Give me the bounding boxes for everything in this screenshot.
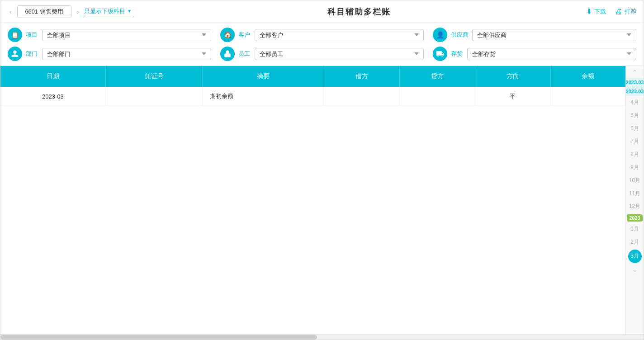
- main-content: 日期 凭证号 摘要 借方 贷方 方向 余额 2023-03 期初余额: [0, 66, 644, 334]
- download-label: 下载: [594, 8, 606, 16]
- main-window: ‹ 6601 销售费用 › 只显示下级科目 ▼ 科目辅助多栏账 ⬇ 下载 🖨 打…: [0, 0, 644, 340]
- month-item-8[interactable]: 8月: [626, 148, 644, 161]
- col-debit: 借方: [324, 66, 400, 87]
- month-timeline: ⌃ 2023.03 2023.03 4月 5月 6月 7月 8月 9月 10月 …: [625, 66, 644, 334]
- inventory-icon: [433, 47, 447, 61]
- col-balance: 余额: [550, 66, 625, 87]
- cell-voucher: [105, 87, 203, 106]
- month-item-12[interactable]: 12月: [626, 200, 644, 213]
- department-select[interactable]: 全部部门: [42, 48, 211, 60]
- project-select[interactable]: 全部项目: [42, 29, 211, 41]
- ledger-table: 日期 凭证号 摘要 借方 贷方 方向 余额 2023-03 期初余额: [0, 66, 625, 106]
- horizontal-scrollbar[interactable]: [0, 334, 644, 340]
- title-actions: ⬇ 下载 🖨 打印: [586, 7, 636, 16]
- scroll-up-button[interactable]: ⌃: [627, 67, 643, 78]
- title-bar: ‹ 6601 销售费用 › 只显示下级科目 ▼ 科目辅助多栏账 ⬇ 下载 🖨 打…: [0, 0, 644, 23]
- nav-next-button[interactable]: ›: [75, 7, 81, 16]
- project-icon: 📋: [8, 28, 22, 42]
- table-area: 日期 凭证号 摘要 借方 贷方 方向 余额 2023-03 期初余额: [0, 66, 625, 334]
- cell-summary: 期初余额: [203, 87, 324, 106]
- month-item-10[interactable]: 10月: [626, 174, 644, 187]
- month-item-6[interactable]: 6月: [626, 122, 644, 135]
- customer-label: 客户: [238, 31, 251, 39]
- download-button[interactable]: ⬇ 下载: [586, 7, 606, 16]
- cell-direction: 平: [475, 87, 550, 106]
- col-direction: 方向: [475, 66, 550, 87]
- customer-select[interactable]: 全部客户: [255, 29, 424, 41]
- cell-balance: [550, 87, 625, 106]
- month-item-7[interactable]: 7月: [626, 135, 644, 148]
- filter-supplier: 👤 供应商 全部供应商: [433, 28, 636, 42]
- cell-date: 2023-03: [0, 87, 105, 106]
- month-header-1[interactable]: 2023.03: [625, 78, 644, 87]
- inventory-label: 存货: [451, 50, 464, 58]
- month-item-2[interactable]: 2月: [626, 236, 644, 249]
- filter-customer: 🏠 客户 全部客户: [220, 28, 424, 42]
- year-badge-2023: 2023: [627, 214, 642, 222]
- month-header-2[interactable]: 2023.03: [625, 87, 644, 96]
- employee-icon: [220, 47, 235, 61]
- filter-department: 部门 全部部门: [8, 47, 211, 61]
- col-voucher: 凭证号: [105, 66, 203, 87]
- filter-inventory: 存货 全部存货: [433, 47, 636, 61]
- filter-bar: 📋 项目 全部项目 🏠 客户 全部客户 👤 供应商 全部供应商 部门: [0, 23, 644, 66]
- project-label: 项目: [26, 31, 38, 39]
- account-code-display: 6601 销售费用: [17, 5, 71, 18]
- month-item-5[interactable]: 5月: [626, 109, 644, 122]
- supplier-select[interactable]: 全部供应商: [472, 29, 636, 41]
- close-button[interactable]: ✕: [630, 6, 636, 16]
- show-sub-label: 只显示下级科目: [84, 7, 125, 15]
- nav-prev-button[interactable]: ‹: [8, 7, 14, 16]
- supplier-label: 供应商: [451, 31, 469, 39]
- department-label: 部门: [26, 50, 38, 58]
- scrollbar-thumb[interactable]: [0, 335, 317, 340]
- inventory-select[interactable]: 全部存货: [467, 48, 636, 60]
- employee-label: 员工: [238, 50, 251, 58]
- show-sub-accounts-button[interactable]: 只显示下级科目 ▼: [84, 7, 132, 16]
- month-item-11[interactable]: 11月: [626, 187, 644, 200]
- col-credit: 贷方: [400, 66, 475, 87]
- department-icon: [8, 47, 22, 61]
- month-item-1[interactable]: 1月: [626, 222, 644, 236]
- employee-select[interactable]: 全部员工: [255, 48, 424, 60]
- col-date: 日期: [0, 66, 105, 87]
- title-left: ‹ 6601 销售费用 › 只显示下级科目 ▼: [8, 5, 132, 18]
- page-title: 科目辅助多栏账: [327, 6, 391, 17]
- download-icon: ⬇: [586, 7, 592, 16]
- supplier-icon: 👤: [433, 28, 447, 42]
- filter-project: 📋 项目 全部项目: [8, 28, 211, 42]
- cell-debit: [324, 87, 400, 106]
- col-summary: 摘要: [203, 66, 324, 87]
- table-row: 2023-03 期初余额 平: [0, 87, 625, 106]
- svg-rect-0: [224, 53, 231, 57]
- cell-credit: [400, 87, 475, 106]
- customer-icon: 🏠: [220, 28, 235, 42]
- chevron-down-icon: ▼: [127, 9, 132, 14]
- month-item-3-active[interactable]: 3月: [628, 250, 642, 263]
- month-item-4[interactable]: 4月: [626, 96, 644, 109]
- scroll-down-button[interactable]: ⌄: [627, 264, 643, 275]
- month-item-9[interactable]: 9月: [626, 161, 644, 174]
- print-icon: 🖨: [615, 8, 622, 16]
- filter-employee: 员工 全部员工: [220, 47, 424, 61]
